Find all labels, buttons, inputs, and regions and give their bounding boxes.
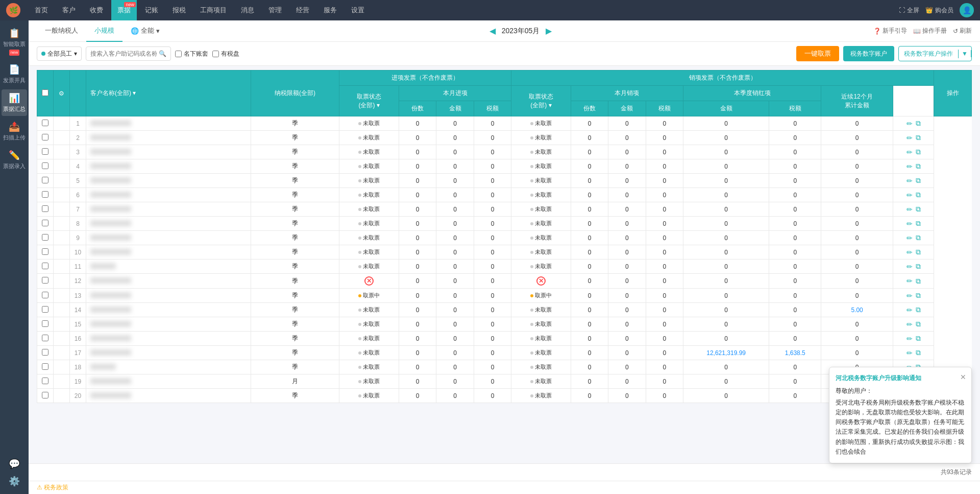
edit-icon[interactable]: ✏ xyxy=(906,220,913,228)
copy-icon[interactable]: ⧉ xyxy=(916,291,921,300)
th-client-name[interactable]: 客户名称(全部) ▾ xyxy=(86,70,251,116)
nav-item-client[interactable]: 客户 xyxy=(56,0,82,20)
copy-icon[interactable]: ⧉ xyxy=(916,162,921,171)
row-checkbox[interactable] xyxy=(42,191,48,198)
edit-icon[interactable]: ✏ xyxy=(906,277,913,285)
account-checkbox[interactable] xyxy=(175,51,182,57)
row-checkbox[interactable] xyxy=(42,220,48,226)
sidebar-item-smart-ticket[interactable]: 📋 智能取票 new xyxy=(2,25,27,59)
row-checkbox[interactable] xyxy=(42,320,48,327)
sidebar-item-gear[interactable]: ⚙️ xyxy=(2,473,27,490)
row-checkbox[interactable] xyxy=(42,277,48,284)
tab-all[interactable]: 🌐 全能 ▾ xyxy=(122,20,168,42)
tax-digital-account-btn[interactable]: 税务数字账户 xyxy=(843,46,894,61)
copy-icon[interactable]: ⧉ xyxy=(916,262,921,271)
edit-icon[interactable]: ✏ xyxy=(906,292,913,300)
taxdisk-checkbox[interactable] xyxy=(212,51,219,57)
select-all-checkbox[interactable] xyxy=(42,89,48,96)
prev-month-btn[interactable]: ◀ xyxy=(487,24,498,38)
one-click-ticket-btn[interactable]: 一键取票 xyxy=(796,46,839,61)
sidebar-item-scan-upload[interactable]: 📤 扫描上传 xyxy=(2,118,27,145)
vip-btn[interactable]: 👑 购会员 xyxy=(925,6,953,15)
row-checkbox[interactable] xyxy=(42,205,48,212)
edit-icon[interactable]: ✏ xyxy=(906,191,913,199)
copy-icon[interactable]: ⧉ xyxy=(916,205,921,214)
row-checkbox[interactable] xyxy=(42,120,48,126)
search-icon[interactable]: 🔍 xyxy=(159,50,166,57)
row-checkbox[interactable] xyxy=(42,234,48,241)
tab-small-scale[interactable]: 小规模 xyxy=(86,20,122,42)
nav-item-settings[interactable]: 设置 xyxy=(345,0,371,20)
sidebar-item-invoice-summary[interactable]: 📊 票据汇总 xyxy=(2,89,27,116)
edit-icon[interactable]: ✏ xyxy=(906,263,913,271)
copy-icon[interactable]: ⧉ xyxy=(916,248,921,256)
row-checkbox[interactable] xyxy=(42,363,48,370)
copy-icon[interactable]: ⧉ xyxy=(916,334,921,343)
nav-item-service[interactable]: 服务 xyxy=(317,0,343,20)
search-input[interactable] xyxy=(90,50,157,57)
copy-icon[interactable]: ⧉ xyxy=(916,305,921,314)
nav-item-invoice[interactable]: 票据 new xyxy=(111,0,137,20)
next-month-btn[interactable]: ▶ xyxy=(544,24,554,38)
copy-icon[interactable]: ⧉ xyxy=(916,176,921,185)
edit-icon[interactable]: ✏ xyxy=(906,248,913,256)
row-checkbox[interactable] xyxy=(42,292,48,298)
edit-icon[interactable]: ✏ xyxy=(906,349,913,357)
copy-icon[interactable]: ⧉ xyxy=(916,348,921,357)
row-checkbox[interactable] xyxy=(42,378,48,384)
copy-icon[interactable]: ⧉ xyxy=(916,191,921,199)
copy-icon[interactable]: ⧉ xyxy=(916,233,921,242)
row-checkbox[interactable] xyxy=(42,177,48,183)
edit-icon[interactable]: ✏ xyxy=(906,120,913,128)
edit-icon[interactable]: ✏ xyxy=(906,162,913,171)
nav-item-fee[interactable]: 收费 xyxy=(84,0,109,20)
edit-icon[interactable]: ✏ xyxy=(906,148,913,156)
refresh-btn[interactable]: ↺ 刷新 xyxy=(953,27,972,35)
tax-digital-account-dropdown[interactable]: 税务数字账户操作 ▼ xyxy=(898,46,972,61)
cumulative-value[interactable]: 5.00 xyxy=(851,307,863,314)
copy-icon[interactable]: ⧉ xyxy=(916,219,921,228)
sidebar-item-chat[interactable]: 💬 xyxy=(2,455,27,473)
row-checkbox[interactable] xyxy=(42,349,48,356)
refund-value[interactable]: 1,638.5 xyxy=(785,349,805,357)
row-checkbox[interactable] xyxy=(42,335,48,341)
sidebar-item-invoice-entry[interactable]: ✏️ 票据录入 xyxy=(2,147,27,173)
fullscreen-btn[interactable]: ⛶ 全屏 xyxy=(899,6,919,15)
edit-icon[interactable]: ✏ xyxy=(906,335,913,343)
nav-item-business[interactable]: 工商项目 xyxy=(194,0,233,20)
row-checkbox[interactable] xyxy=(42,392,48,398)
copy-icon[interactable]: ⧉ xyxy=(916,119,921,128)
th-input-status[interactable]: 取票状态(全部) ▾ xyxy=(339,86,399,116)
nav-item-message[interactable]: 消息 xyxy=(235,0,260,20)
refund-value[interactable]: 12,621,319.99 xyxy=(706,349,746,357)
edit-icon[interactable]: ✏ xyxy=(906,205,913,214)
notification-close-btn[interactable]: ✕ xyxy=(960,371,966,383)
copy-icon[interactable]: ⧉ xyxy=(916,320,921,328)
edit-icon[interactable]: ✏ xyxy=(906,234,913,242)
copy-icon[interactable]: ⧉ xyxy=(916,148,921,156)
row-checkbox[interactable] xyxy=(42,162,48,169)
nav-item-home[interactable]: 首页 xyxy=(29,0,54,20)
edit-icon[interactable]: ✏ xyxy=(906,177,913,185)
row-checkbox[interactable] xyxy=(42,248,48,255)
nav-item-tax[interactable]: 报税 xyxy=(166,0,192,20)
manual-btn[interactable]: 📖 操作手册 xyxy=(913,27,947,35)
checkbox-account[interactable]: 名下账套 xyxy=(175,50,208,58)
nav-item-operation[interactable]: 经营 xyxy=(290,0,315,20)
copy-icon[interactable]: ⧉ xyxy=(916,277,921,286)
tab-general-taxpayer[interactable]: 一般纳税人 xyxy=(37,20,86,42)
row-checkbox[interactable] xyxy=(42,148,48,155)
tax-policy-bar[interactable]: ⚠ 税务政策 xyxy=(29,481,980,494)
nav-item-manage[interactable]: 管理 xyxy=(262,0,288,20)
row-checkbox[interactable] xyxy=(42,134,48,140)
row-checkbox[interactable] xyxy=(42,263,48,269)
avatar[interactable]: 👤 xyxy=(960,3,974,17)
copy-icon[interactable]: ⧉ xyxy=(916,133,921,142)
th-output-status[interactable]: 取票状态(全部) ▾ xyxy=(511,86,571,116)
new-guide-btn[interactable]: ❓ 新手引导 xyxy=(873,27,907,35)
edit-icon[interactable]: ✏ xyxy=(906,134,913,142)
employee-filter[interactable]: 全部员工 ▾ xyxy=(37,46,82,61)
sidebar-item-open-invoice[interactable]: 📄 发票开具 xyxy=(2,61,27,87)
edit-icon[interactable]: ✏ xyxy=(906,320,913,328)
nav-item-accounting[interactable]: 记账 xyxy=(139,0,164,20)
